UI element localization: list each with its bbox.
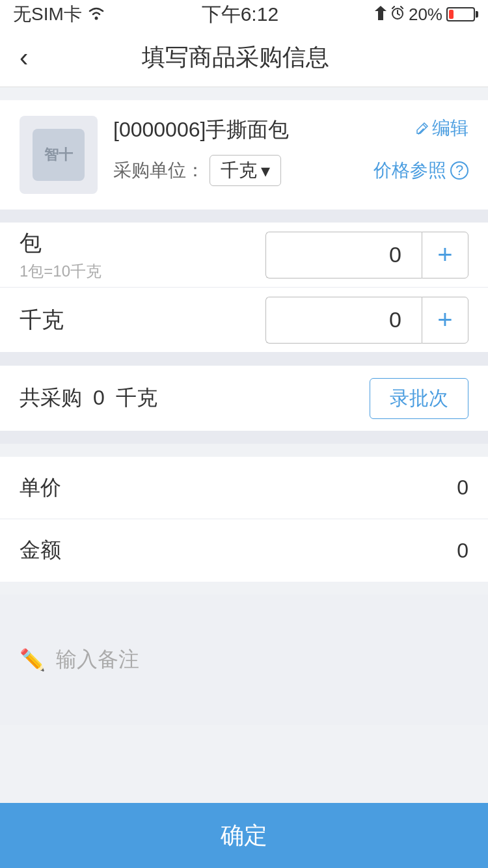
dropdown-icon: ▾ — [261, 160, 270, 182]
svg-point-0 — [94, 17, 98, 20]
status-right: 20% — [375, 5, 475, 25]
product-header: [0000006]手撕面包 编辑 — [113, 116, 468, 144]
unit-select[interactable]: 千克 ▾ — [210, 155, 281, 186]
back-button[interactable]: ‹ — [20, 43, 28, 72]
status-left: 无SIM卡 — [13, 2, 105, 27]
pencil-icon: ✏️ — [20, 647, 46, 672]
edit-label: 编辑 — [432, 116, 468, 141]
kg-label: 千克 — [20, 305, 137, 335]
edit-button[interactable]: 编辑 — [415, 116, 468, 141]
kg-input-row: 千克 + — [0, 288, 488, 353]
total-label: 共采购 0 千克 — [20, 384, 157, 413]
svg-line-5 — [401, 7, 403, 8]
amount-label: 金额 — [20, 536, 61, 565]
confirm-button[interactable]: 确定 — [0, 803, 488, 868]
unit-price-value: 0 — [457, 476, 468, 500]
section-divider-2 — [0, 353, 488, 366]
alarm-icon — [390, 5, 405, 25]
kg-input[interactable] — [265, 297, 422, 344]
battery-fill — [449, 10, 454, 19]
notes-placeholder: 输入备注 — [56, 645, 139, 674]
record-batch-button[interactable]: 录批次 — [370, 378, 468, 419]
bag-sub-label: 1包=10千克 — [20, 261, 137, 282]
product-image: 智十 — [20, 116, 98, 194]
battery-label: 20% — [409, 5, 442, 25]
bag-label-group: 包 1包=10千克 — [20, 228, 137, 282]
kg-label-group: 千克 — [20, 305, 137, 335]
total-unit: 千克 — [116, 386, 157, 409]
amount-value: 0 — [457, 539, 468, 563]
total-prefix: 共采购 — [20, 386, 82, 409]
amount-row: 金额 0 — [0, 519, 488, 582]
total-amount: 0 — [93, 386, 105, 409]
section-divider-1 — [0, 210, 488, 223]
section-divider-3 — [0, 431, 488, 444]
input-section: 包 1包=10千克 + 千克 + — [0, 223, 488, 353]
battery-icon — [446, 7, 475, 21]
product-card: 智十 [0000006]手撕面包 编辑 采购单位： 千克 ▾ — [0, 100, 488, 210]
product-unit-row: 采购单位： 千克 ▾ 价格参照 ? — [113, 155, 468, 186]
location-icon — [375, 5, 386, 25]
bag-plus-button[interactable]: + — [422, 232, 468, 278]
bag-label: 包 — [20, 228, 137, 258]
price-ref-label: 价格参照 — [373, 158, 446, 183]
page-title: 填写商品采购信息 — [41, 42, 429, 74]
price-section: 单价 0 金额 0 — [0, 457, 488, 582]
bottom-spacer — [0, 725, 488, 790]
product-name: [0000006]手撕面包 — [113, 116, 289, 144]
unit-value: 千克 — [221, 158, 257, 183]
help-icon: ? — [450, 161, 468, 180]
total-row: 共采购 0 千克 录批次 — [0, 366, 488, 431]
bag-field-group: + — [137, 232, 468, 278]
status-bar: 无SIM卡 下午6:12 20% — [0, 0, 488, 29]
status-time: 下午6:12 — [202, 1, 278, 28]
unit-price-row: 单价 0 — [0, 457, 488, 519]
svg-line-3 — [398, 14, 400, 15]
nav-bar: ‹ 填写商品采购信息 — [0, 29, 488, 87]
kg-field-group: + — [137, 297, 468, 344]
bag-input-row: 包 1包=10千克 + — [0, 223, 488, 288]
carrier-text: 无SIM卡 — [13, 2, 82, 27]
kg-plus-button[interactable]: + — [422, 297, 468, 344]
unit-label: 采购单位： — [113, 158, 204, 183]
wifi-icon — [87, 4, 105, 25]
product-logo: 智十 — [33, 129, 85, 181]
bag-input[interactable] — [265, 232, 422, 278]
svg-line-4 — [392, 7, 394, 8]
product-info: [0000006]手撕面包 编辑 采购单位： 千克 ▾ 价格参照 ? — [113, 116, 468, 186]
price-ref-button[interactable]: 价格参照 ? — [373, 158, 468, 183]
unit-price-label: 单价 — [20, 474, 61, 502]
notes-section[interactable]: ✏️ 输入备注 — [0, 595, 488, 725]
